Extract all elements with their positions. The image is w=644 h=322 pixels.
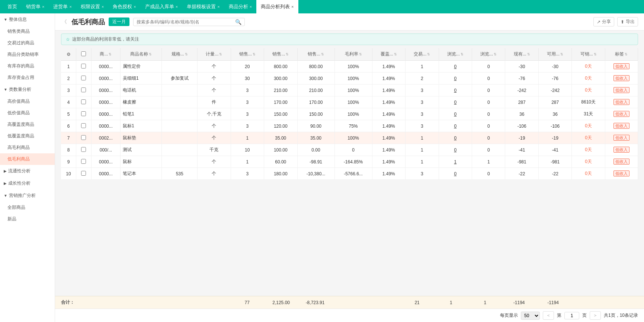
col-view1[interactable]: 浏览...⇅ <box>439 48 472 61</box>
top-navigation: 首页 销货单 × 进货单 × 权限设置 × 角色授权 × 产成品入库单 × 单据… <box>0 0 644 13</box>
row-sales-profit: 90.00 <box>297 120 334 132</box>
sidebar-group-growth[interactable]: ▶ 成长性分析 <box>0 177 55 189</box>
col-name[interactable]: 商品名称⇅ <box>120 48 161 61</box>
row-checkbox[interactable] <box>76 96 92 108</box>
col-spec[interactable]: 规格...⇅ <box>162 48 198 61</box>
sidebar-item-low-margin[interactable]: 低毛利商品 <box>0 153 55 165</box>
prev-page-button[interactable]: ＜ <box>543 311 554 320</box>
col-gross-rate[interactable]: 毛利率⇅ <box>334 48 372 61</box>
table-row: 2 0000... 吴细细1 参加复试 个 30 300.00 300.00 1… <box>61 73 638 85</box>
next-page-button[interactable]: ＞ <box>590 311 601 320</box>
col-sales-amount[interactable]: 销售...⇅ <box>264 48 297 61</box>
sidebar-item-low-coverage[interactable]: 低覆盖度商品 <box>0 130 55 142</box>
sidebar-item-sales-goods[interactable]: 销售类商品 <box>0 26 55 37</box>
row-select-checkbox[interactable] <box>81 147 86 152</box>
collapse-sidebar-button[interactable]: 《 <box>61 18 68 26</box>
col-transaction[interactable]: 交易...⇅ <box>406 48 439 61</box>
nav-home[interactable]: 首页 <box>3 0 22 13</box>
row-sales-amount: 800.00 <box>264 61 297 73</box>
col-unit[interactable]: 计量...⇅ <box>198 48 231 61</box>
row-view1[interactable]: 0 <box>439 132 472 144</box>
sidebar-item-low-value[interactable]: 低价值商品 <box>0 107 55 119</box>
row-checkbox[interactable] <box>76 108 92 120</box>
nav-role-auth[interactable]: 角色授权 × <box>108 0 140 13</box>
close-icon[interactable]: × <box>217 4 220 9</box>
col-current-stock[interactable]: 现有...⇅ <box>505 48 538 61</box>
sidebar-item-category-sales[interactable]: 商品分类助销率 <box>0 49 55 60</box>
period-button[interactable]: 近一月 <box>109 17 129 26</box>
col-checkbox[interactable] <box>76 48 92 61</box>
share-button[interactable]: ↗ 分享 <box>593 17 614 26</box>
row-view1[interactable]: 1 <box>439 156 472 168</box>
row-select-checkbox[interactable] <box>81 99 86 104</box>
nav-product-analysis[interactable]: 商品分析 × <box>224 0 256 13</box>
col-sales-qty[interactable]: 销售...⇅ <box>231 48 264 61</box>
close-icon[interactable]: × <box>291 4 294 9</box>
sidebar-item-traded-goods[interactable]: 交易过的商品 <box>0 37 55 49</box>
row-view1[interactable]: 0 <box>439 73 472 85</box>
row-select-checkbox[interactable] <box>81 76 86 80</box>
sidebar-item-stock-goods[interactable]: 有库存的商品 <box>0 60 55 72</box>
row-select-checkbox[interactable] <box>81 159 86 164</box>
nav-finished-goods[interactable]: 产成品入库单 × <box>141 0 182 13</box>
row-view1[interactable]: 0 <box>439 85 472 96</box>
sidebar-group-marketing[interactable]: ▼ 营销推广分析 <box>0 189 55 202</box>
row-select-checkbox[interactable] <box>81 111 86 116</box>
sidebar-group-quantity[interactable]: ▼ 类数量分析 <box>0 83 55 96</box>
row-view1[interactable]: 0 <box>439 108 472 120</box>
col-coverage[interactable]: 覆盖...⇅ <box>372 48 405 61</box>
sidebar-item-high-value[interactable]: 高价值商品 <box>0 96 55 107</box>
row-select-checkbox[interactable] <box>81 171 86 176</box>
close-icon[interactable]: × <box>134 4 136 9</box>
col-code[interactable]: 商...⇅ <box>91 48 120 61</box>
close-icon[interactable]: × <box>250 4 252 9</box>
close-icon[interactable]: × <box>176 4 178 9</box>
sidebar-item-new-goods[interactable]: 新品 <box>0 213 55 225</box>
row-checkbox[interactable] <box>76 85 92 96</box>
sidebar-group-overall[interactable]: ▼ 整体信息 <box>0 13 55 26</box>
nav-product-analysis-list[interactable]: 商品分析列表 × <box>256 0 298 13</box>
row-checkbox[interactable] <box>76 132 92 144</box>
search-icon[interactable]: 🔍 <box>235 19 241 25</box>
col-available[interactable]: 可用...⇅ <box>538 48 571 61</box>
row-select-checkbox[interactable] <box>81 123 86 128</box>
sidebar-item-high-coverage[interactable]: 高覆盖度商品 <box>0 119 55 130</box>
col-saleable[interactable]: 可销...⇅ <box>572 48 605 61</box>
row-checkbox[interactable] <box>76 144 92 156</box>
nav-purchase-order[interactable]: 进货单 × <box>49 0 76 13</box>
sidebar-item-high-margin[interactable]: 高毛利商品 <box>0 142 55 153</box>
row-checkbox[interactable] <box>76 168 92 180</box>
row-checkbox[interactable] <box>76 73 92 85</box>
nav-permission-settings[interactable]: 权限设置 × <box>76 0 108 13</box>
row-view1[interactable]: 0 <box>439 168 472 180</box>
row-view1[interactable]: 0 <box>439 120 472 132</box>
nav-sales-order[interactable]: 销货单 × <box>22 0 49 13</box>
row-checkbox[interactable] <box>76 120 92 132</box>
row-checkbox[interactable] <box>76 61 92 73</box>
per-page-select[interactable]: 50 100 <box>521 312 540 320</box>
row-view1[interactable]: 0 <box>439 61 472 73</box>
row-view1[interactable]: 0 <box>439 144 472 156</box>
row-select-checkbox[interactable] <box>81 64 86 68</box>
row-select-checkbox[interactable] <box>81 135 86 140</box>
close-icon[interactable]: × <box>69 4 71 9</box>
col-settings[interactable]: ⚙ <box>61 48 76 61</box>
row-view1[interactable]: 0 <box>439 96 472 108</box>
close-icon[interactable]: × <box>102 4 104 9</box>
sidebar-group-liquidity[interactable]: ▶ 流通性分析 <box>0 165 55 177</box>
col-sales-profit[interactable]: 销售...⇅ <box>297 48 334 61</box>
search-input[interactable] <box>137 19 235 25</box>
sidebar-item-all-goods[interactable]: 全部商品 <box>0 202 55 213</box>
row-checkbox[interactable] <box>76 156 92 168</box>
row-code: 0000... <box>91 168 120 180</box>
row-no: 3 <box>61 85 76 96</box>
close-icon[interactable]: × <box>42 4 44 9</box>
export-button[interactable]: ⬆ 导出 <box>617 17 638 26</box>
row-select-checkbox[interactable] <box>81 87 86 92</box>
col-tag[interactable]: 标签⇅ <box>605 48 638 61</box>
sidebar-item-inventory-capital[interactable]: 库存资金占用 <box>0 72 55 83</box>
nav-template-settings[interactable]: 单据模板设置 × <box>182 0 224 13</box>
col-view2[interactable]: 浏览...⇅ <box>472 48 505 61</box>
page-number-input[interactable] <box>564 312 579 319</box>
select-all-checkbox[interactable] <box>81 51 86 56</box>
